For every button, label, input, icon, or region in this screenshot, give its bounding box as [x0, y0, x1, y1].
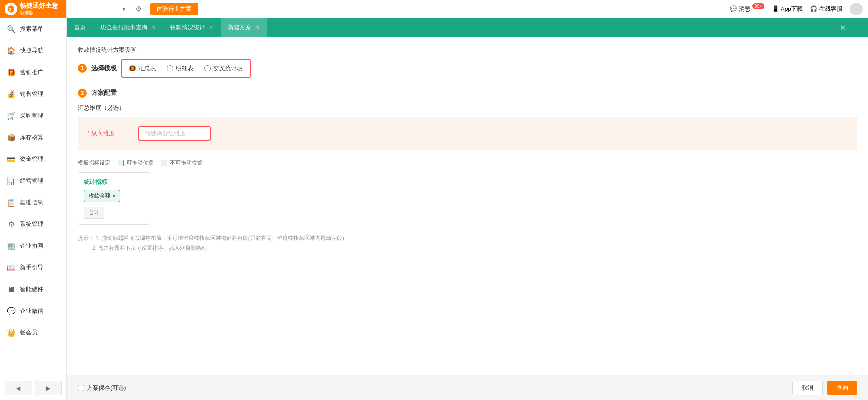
step2-header: 2 方案配置	[78, 89, 857, 98]
indicator-tags: 收款金额 ▾	[84, 190, 144, 202]
sidebar-logo: B 畅捷通好生意 标准版	[0, 0, 66, 18]
sidebar-bottom-btn2[interactable]: ▶	[35, 381, 62, 395]
sidebar-label-quick-nav: 快捷导航	[20, 47, 43, 55]
indicator-header-label: 模板指标设定	[78, 159, 110, 167]
chart-icon: 📊	[7, 177, 15, 185]
dimension-area: * 纵向维度 —— 请选择分组维度	[78, 117, 857, 150]
radio-cross[interactable]: 交叉统计表	[204, 64, 243, 72]
sidebar-item-finance[interactable]: 💳 资金管理	[0, 148, 66, 170]
radio-summary[interactable]: 汇总表	[129, 64, 156, 72]
box-icon: 📦	[7, 133, 15, 141]
indicator-section: 模板指标设定 可拖动位置 不可拖动位置 统计指标	[78, 159, 857, 225]
trial-btn[interactable]: 体验行业方案	[150, 3, 198, 15]
main-area: — — — — — — — ▼ ⚙ 体验行业方案 💬 消息 99+ 📱 App下…	[67, 0, 868, 400]
crown-icon: 👑	[7, 329, 15, 337]
sidebar-label-basic: 基础信息	[20, 198, 43, 207]
tab-bank-close[interactable]: ✕	[151, 24, 156, 31]
headset-icon: 🎧	[810, 5, 817, 12]
tab-close-all-icon[interactable]: ✕	[837, 22, 848, 33]
sidebar-item-purchase[interactable]: 🛒 采购管理	[0, 105, 66, 127]
tab-new-plan[interactable]: 新建方案 ✕	[221, 18, 267, 37]
indicator-card: 统计指标 收款金额 ▾ 合计	[78, 172, 150, 225]
tab-collect-label: 收款情况统计	[170, 24, 205, 32]
sidebar-item-quick-nav[interactable]: 🏠 快捷导航	[0, 40, 66, 61]
tab-home[interactable]: 首页	[67, 18, 93, 37]
query-button[interactable]: 查询	[827, 381, 857, 395]
sidebar-label-hardware: 智能硬件	[20, 285, 43, 293]
save-label: 方案保存(可选)	[87, 384, 126, 392]
service-item[interactable]: 🎧 在线客服	[810, 5, 843, 13]
template-options: 汇总表 明细表 交叉统计表	[121, 59, 251, 78]
form-area: 收款情况统计方案设置 1 选择模板 汇总表 明细表	[67, 37, 868, 375]
tab-new-plan-close[interactable]: ✕	[255, 24, 259, 31]
radio-detail-input[interactable]	[167, 65, 173, 71]
footer-save: 方案保存(可选)	[78, 384, 126, 392]
app-name: 畅捷通好生意	[20, 2, 58, 10]
tab-collect[interactable]: 收款情况统计 ✕	[163, 18, 221, 37]
draggable-legend-label: 可拖动位置	[127, 159, 154, 167]
download-label: App下载	[781, 5, 803, 13]
sidebar-item-search[interactable]: 🔍 搜索菜单	[0, 18, 66, 40]
save-checkbox[interactable]	[78, 385, 84, 391]
dimension-select[interactable]: 请选择分组维度	[138, 126, 211, 141]
cancel-button[interactable]: 取消	[792, 381, 823, 395]
tab-expand-icon[interactable]: ⛶	[852, 22, 863, 33]
tab-bank[interactable]: 现金银行流水查询 ✕	[93, 18, 163, 37]
radio-detail[interactable]: 明细表	[167, 64, 193, 72]
radio-detail-label: 明细表	[176, 64, 193, 72]
sidebar-label-wechat: 企业微信	[20, 307, 43, 315]
sidebar-item-system[interactable]: ⚙ 系统管理	[0, 213, 66, 235]
sidebar-bottom-btn1[interactable]: ◀	[5, 381, 32, 395]
chevron-down-icon[interactable]: ▼	[121, 6, 127, 12]
book-icon: 📖	[7, 264, 15, 272]
sidebar-label-purchase: 采购管理	[20, 112, 43, 120]
topbar-actions: 💬 消息 99+ 📱 App下载 🎧 在线客服	[730, 3, 863, 15]
step1-section: 1 选择模板 汇总表 明细表 交叉统计表	[78, 59, 857, 78]
content-area: 收款情况统计方案设置 1 选择模板 汇总表 明细表	[67, 37, 868, 400]
sidebar-item-sales[interactable]: 💰 销售管理	[0, 83, 66, 105]
non-draggable-legend-label: 不可拖动位置	[170, 159, 203, 167]
tips-section: 提示： 1. 拖动标题栏可以调整布局，不可跨维度或指标区域拖动栏目段(只能在同一…	[78, 234, 857, 253]
chat-icon: 💬	[7, 307, 15, 315]
sidebar-item-inventory[interactable]: 📦 库存核算	[0, 127, 66, 148]
avatar[interactable]	[850, 3, 863, 15]
sidebar-item-marketing[interactable]: 🎁 营销推广	[0, 61, 66, 83]
notification-label: 消息	[739, 5, 750, 13]
sidebar-item-member[interactable]: 👑 畅会员	[0, 322, 66, 344]
sidebar-item-business[interactable]: 📊 经营管理	[0, 170, 66, 192]
monitor-icon: 🖥	[7, 285, 15, 293]
legend-non-draggable: 不可拖动位置	[161, 159, 203, 167]
tip-title: 提示： 1. 拖动标题栏可以调整布局，不可跨维度或指标区域拖动栏目段(只能在同一…	[78, 234, 857, 244]
notification-badge: 99+	[752, 3, 764, 9]
radio-summary-label: 汇总表	[138, 64, 156, 72]
sidebar-item-guide[interactable]: 📖 新手引导	[0, 257, 66, 278]
sidebar-label-finance: 资金管理	[20, 155, 43, 163]
tab-new-plan-label: 新建方案	[228, 24, 251, 32]
notification-item[interactable]: 💬 消息 99+	[730, 5, 764, 13]
search-icon: 🔍	[7, 25, 15, 33]
sidebar-item-hardware[interactable]: 🖥 智能硬件	[0, 278, 66, 300]
sidebar-item-wechat[interactable]: 💬 企业微信	[0, 300, 66, 322]
indicator-tag-amount[interactable]: 收款金额 ▾	[84, 190, 120, 202]
tab-collect-close[interactable]: ✕	[209, 24, 213, 31]
download-item[interactable]: 📱 App下载	[772, 5, 803, 13]
step1-header: 1 选择模板 汇总表 明细表 交叉统计表	[78, 59, 857, 78]
sidebar-item-enterprise[interactable]: 🏢 企业协同	[0, 235, 66, 257]
sidebar-label-business: 经营管理	[20, 177, 43, 185]
logo-icon: B	[5, 3, 17, 15]
radio-summary-input[interactable]	[129, 65, 136, 71]
legend-draggable: 可拖动位置	[118, 159, 154, 167]
sidebar-bottom: ◀ ▶	[0, 376, 66, 400]
gear-settings-icon[interactable]: ⚙	[132, 3, 145, 15]
tip-line-1: 1. 拖动标题栏可以调整布局，不可跨维度或指标区域拖动栏目段(只能在同一维度或指…	[95, 235, 344, 241]
arrow-icon: ——	[120, 130, 133, 137]
tab-bank-label: 现金银行流水查询	[100, 24, 147, 32]
step1-badge: 1	[78, 64, 87, 73]
breadcrumb: — — — — — — — ▼	[72, 6, 127, 12]
topbar: — — — — — — — ▼ ⚙ 体验行业方案 💬 消息 99+ 📱 App下…	[67, 0, 868, 18]
sidebar-item-basic[interactable]: 📋 基础信息	[0, 192, 66, 213]
download-icon: 📱	[772, 5, 779, 12]
radio-cross-input[interactable]	[204, 65, 211, 71]
sidebar-label-inventory: 库存核算	[20, 133, 43, 141]
sidebar-label-sales: 销售管理	[20, 90, 43, 98]
